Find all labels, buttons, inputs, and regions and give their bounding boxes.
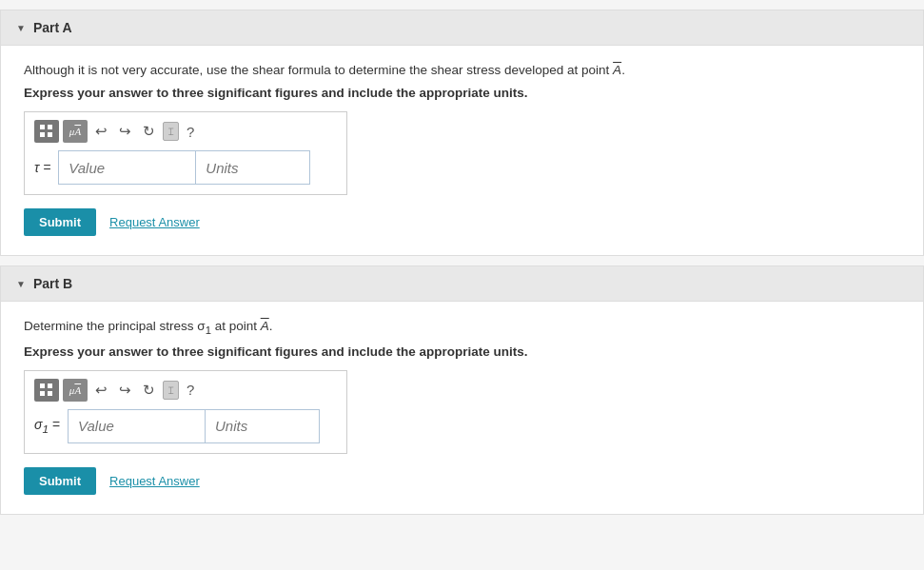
part-b-title: Part B [33, 276, 72, 291]
part-a-body: Although it is not very accurate, use th… [1, 46, 923, 255]
part-b-refresh-button[interactable]: ↻ [139, 380, 159, 401]
part-b-header: ▼ Part B [1, 266, 923, 302]
part-a-undo-button[interactable]: ↩ [91, 121, 111, 142]
redo-icon: ↪ [119, 382, 131, 399]
redo-icon: ↪ [119, 123, 131, 140]
part-b-equation-label: σ1 = [34, 417, 60, 435]
part-a-input-row: τ = [34, 150, 337, 185]
part-b-instruction: Express your answer to three significant… [24, 344, 900, 359]
grid-icon [40, 125, 53, 138]
part-a-toolbar: μA ↩ ↪ ↻ ⌶ ? [34, 120, 337, 143]
help-icon: ? [187, 124, 194, 140]
part-a-grid-button[interactable] [34, 120, 59, 143]
part-a-mu-button[interactable]: μA [63, 120, 88, 143]
part-a-value-input[interactable] [58, 150, 196, 185]
help-icon: ? [187, 382, 194, 398]
part-a-redo-button[interactable]: ↪ [115, 121, 135, 142]
mu-icon: μA [69, 126, 81, 137]
undo-icon: ↩ [95, 123, 108, 140]
grid-icon [40, 383, 53, 397]
part-b-action-row: Submit Request Answer [24, 467, 900, 495]
part-a-collapse-arrow[interactable]: ▼ [16, 23, 26, 33]
part-b-collapse-arrow[interactable]: ▼ [16, 279, 26, 289]
kbd-icon: ⌶ [168, 127, 173, 136]
part-b-answer-box: μA ↩ ↪ ↻ ⌶ ? [24, 370, 347, 454]
refresh-icon: ↻ [143, 382, 155, 399]
part-b-body: Determine the principal stress σ1 at poi… [1, 302, 923, 514]
part-a-answer-box: μA ↩ ↪ ↻ ⌶ ? [24, 111, 347, 195]
part-a-header: ▼ Part A [1, 10, 923, 46]
part-b-redo-button[interactable]: ↪ [115, 380, 135, 401]
part-b-units-input[interactable] [206, 409, 320, 443]
undo-icon: ↩ [95, 382, 108, 399]
part-a-action-row: Submit Request Answer [24, 208, 900, 236]
part-a-kbd-button[interactable]: ⌶ [163, 122, 179, 141]
part-a-instruction: Express your answer to three significant… [24, 86, 900, 100]
part-b-toolbar: μA ↩ ↪ ↻ ⌶ ? [34, 379, 337, 402]
part-a-question: Although it is not very accurate, use th… [24, 61, 900, 80]
part-a-request-answer-link[interactable]: Request Answer [109, 215, 200, 229]
page-container: ▼ Part A Although it is not very accurat… [0, 0, 924, 534]
kbd-icon: ⌶ [168, 385, 173, 395]
part-b-help-button[interactable]: ? [183, 380, 198, 400]
part-b-submit-button[interactable]: Submit [24, 467, 96, 495]
part-a-submit-button[interactable]: Submit [24, 208, 96, 236]
part-b-grid-button[interactable] [34, 379, 59, 402]
part-b-undo-button[interactable]: ↩ [91, 380, 111, 401]
refresh-icon: ↻ [143, 123, 155, 140]
part-b-question: Determine the principal stress σ1 at poi… [24, 317, 900, 339]
part-a-equation-label: τ = [34, 160, 50, 175]
part-b-value-input[interactable] [68, 409, 206, 443]
part-b-kbd-button[interactable]: ⌶ [163, 381, 179, 400]
part-b-request-answer-link[interactable]: Request Answer [109, 474, 200, 488]
part-a-refresh-button[interactable]: ↻ [139, 121, 159, 142]
part-a-section: ▼ Part A Although it is not very accurat… [0, 10, 924, 256]
part-a-units-input[interactable] [196, 150, 310, 185]
mu-icon: μA [69, 384, 81, 396]
part-b-input-row: σ1 = [34, 409, 337, 443]
part-b-section: ▼ Part B Determine the principal stress … [0, 265, 924, 515]
part-a-title: Part A [33, 20, 72, 35]
part-a-help-button[interactable]: ? [183, 122, 198, 142]
part-b-mu-button[interactable]: μA [63, 379, 88, 402]
